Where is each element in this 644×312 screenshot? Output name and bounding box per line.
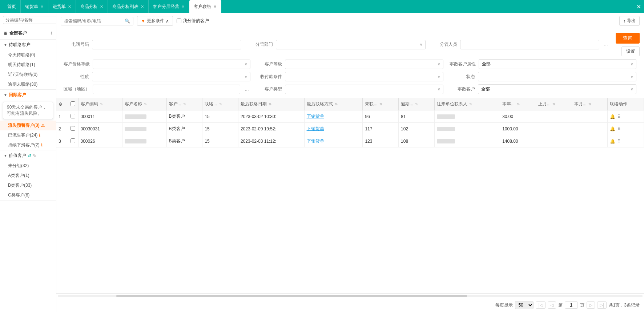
- retail-select[interactable]: 全部 ∨: [478, 84, 636, 94]
- edit-icon[interactable]: ✎: [33, 153, 36, 158]
- price-level-select[interactable]: ∨: [93, 60, 250, 69]
- region-select[interactable]: [93, 85, 240, 94]
- more-btn[interactable]: …: [602, 42, 609, 47]
- sidebar-section-header-pending[interactable]: ▼ 待联络客户: [0, 40, 56, 50]
- sidebar-section-header-value[interactable]: ▼ 价值客户 ↺ ✎: [0, 150, 56, 161]
- manager-select[interactable]: [460, 40, 599, 49]
- close-icon[interactable]: ✕: [213, 4, 217, 9]
- close-window-icon[interactable]: ✕: [636, 3, 641, 10]
- action-more-icon[interactable]: ⠿: [617, 126, 621, 131]
- last-method-link[interactable]: 下销货单: [307, 114, 324, 119]
- action-more-icon[interactable]: ⠿: [617, 114, 621, 119]
- sort-icon[interactable]: ⇅: [144, 102, 147, 106]
- sidebar-item-lost[interactable]: 已流失客户(24) ℹ: [0, 130, 56, 140]
- sort-icon[interactable]: ⇅: [469, 102, 472, 106]
- close-icon[interactable]: ✕: [100, 4, 103, 9]
- payment-select[interactable]: ∨: [285, 72, 443, 81]
- sort-icon[interactable]: ⇅: [552, 102, 555, 106]
- tab-customer-segment[interactable]: 客户分层经营 ✕: [149, 0, 189, 13]
- category-search-input[interactable]: [3, 16, 56, 24]
- col-settings[interactable]: ⚙: [56, 98, 68, 110]
- row-checkbox[interactable]: [71, 114, 75, 118]
- select-all-checkbox[interactable]: [71, 101, 75, 106]
- phone-label: 电话号码: [64, 41, 89, 48]
- action-more-icon[interactable]: ⠿: [617, 139, 621, 144]
- close-icon[interactable]: ✕: [40, 4, 44, 9]
- first-page-btn[interactable]: |◁: [536, 301, 545, 309]
- search-icon[interactable]: 🔍: [125, 19, 130, 24]
- action-contact-icon[interactable]: 🔔: [610, 139, 615, 144]
- search-box[interactable]: 🔍: [61, 17, 133, 25]
- last-method-cell[interactable]: 下销货单: [304, 135, 363, 147]
- my-customers-checkbox[interactable]: [177, 19, 181, 23]
- this-month-cell: [572, 123, 608, 135]
- sort-icon[interactable]: ⇅: [269, 102, 271, 106]
- last-method-link[interactable]: 下销货单: [307, 138, 324, 143]
- sort-icon[interactable]: ⇅: [517, 102, 520, 106]
- action-contact-icon[interactable]: 🔔: [610, 126, 615, 131]
- sort-icon[interactable]: ⇅: [219, 102, 222, 106]
- scrollbar-thumb[interactable]: [116, 295, 467, 297]
- col-checkbox[interactable]: [68, 98, 78, 110]
- customer-type-select[interactable]: ∨: [285, 85, 443, 94]
- tab-product-list[interactable]: 商品分析列表 ✕: [108, 0, 149, 13]
- close-icon[interactable]: ✕: [141, 4, 144, 9]
- sidebar-item-7days[interactable]: 近7天待联络(0): [0, 70, 56, 80]
- close-icon[interactable]: ✕: [68, 4, 71, 9]
- my-customers-checkbox-label[interactable]: 我分管的客户: [177, 18, 209, 24]
- overdue-cell: 81: [399, 110, 435, 123]
- sort-icon[interactable]: ⇅: [379, 102, 382, 106]
- more-conditions-btn[interactable]: ▼ 更多条件 ∧: [137, 16, 173, 26]
- last-method-link[interactable]: 下销货单: [307, 126, 324, 131]
- sidebar-item-tomorrow[interactable]: 明天待联络(1): [0, 60, 56, 70]
- sidebar-all-customers[interactable]: ⊞ 全部客户 《: [0, 27, 56, 40]
- page-number-input[interactable]: [565, 301, 578, 309]
- collapse-icon[interactable]: 《: [49, 31, 52, 36]
- search-input[interactable]: [64, 19, 125, 24]
- sidebar-item-ungrouped[interactable]: 未分组(32): [0, 161, 56, 171]
- sidebar-item-today[interactable]: 今天待联络(0): [0, 50, 56, 60]
- sort-icon[interactable]: ⇅: [100, 102, 103, 106]
- row-checkbox-cell[interactable]: [68, 135, 78, 147]
- phone-input[interactable]: [92, 40, 241, 49]
- last-method-cell[interactable]: 下销货单: [304, 110, 363, 123]
- nature-select[interactable]: ∨: [92, 72, 250, 81]
- sidebar-item-class-a[interactable]: A类客户(1): [0, 171, 56, 181]
- row-checkbox[interactable]: [71, 126, 75, 131]
- sidebar-section-header-review[interactable]: ▼ 回顾客户: [0, 90, 56, 100]
- query-button[interactable]: 查询: [616, 33, 640, 44]
- status-select[interactable]: ∨: [478, 72, 636, 81]
- sort-icon[interactable]: ⇅: [183, 102, 186, 106]
- row-checkbox[interactable]: [71, 138, 75, 143]
- sort-icon[interactable]: ⇅: [588, 102, 591, 106]
- level-select[interactable]: ∨: [285, 60, 443, 69]
- export-btn[interactable]: ↑ 导出: [619, 16, 640, 26]
- refresh-icon[interactable]: ↺: [28, 153, 31, 158]
- sidebar-item-overdue[interactable]: 逾期未联络(30): [0, 80, 56, 89]
- tab-sales[interactable]: 销货单 ✕: [21, 0, 48, 13]
- row-checkbox-cell[interactable]: [68, 123, 78, 135]
- sidebar-item-class-b[interactable]: B类客户(33): [0, 181, 56, 190]
- sidebar-item-declining[interactable]: 持续下滑客户(2) ℹ: [0, 140, 56, 150]
- tab-customer-contact[interactable]: 客户联络 ✕: [189, 0, 221, 13]
- horizontal-scrollbar[interactable]: [56, 293, 644, 298]
- next-page-btn[interactable]: ▷: [587, 301, 595, 309]
- action-contact-icon[interactable]: 🔔: [610, 114, 615, 119]
- sort-icon[interactable]: ⇅: [335, 102, 338, 106]
- tab-product-analysis[interactable]: 商品分析 ✕: [76, 0, 108, 13]
- prev-page-btn[interactable]: ◁: [548, 301, 556, 309]
- settings-button[interactable]: 设置: [621, 46, 640, 56]
- last-method-cell[interactable]: 下销货单: [304, 123, 363, 135]
- sidebar-item-class-c[interactable]: C类客户(6): [0, 190, 56, 200]
- row-checkbox-cell[interactable]: [68, 110, 78, 123]
- last-page-btn[interactable]: ▷|: [597, 301, 607, 309]
- tab-purchase[interactable]: 进货单 ✕: [48, 0, 76, 13]
- more-btn[interactable]: …: [243, 87, 250, 92]
- sort-icon[interactable]: ⇅: [415, 102, 418, 106]
- tab-home[interactable]: 首页: [3, 0, 21, 13]
- dept-select[interactable]: ∨: [276, 40, 425, 49]
- per-page-select[interactable]: 50 100 200: [515, 301, 534, 309]
- sidebar-item-loss-warning[interactable]: 流失预警客户(3) ⚠: [0, 121, 56, 130]
- retail-attr-select[interactable]: 全部 ∨: [479, 59, 636, 69]
- close-icon[interactable]: ✕: [181, 4, 185, 9]
